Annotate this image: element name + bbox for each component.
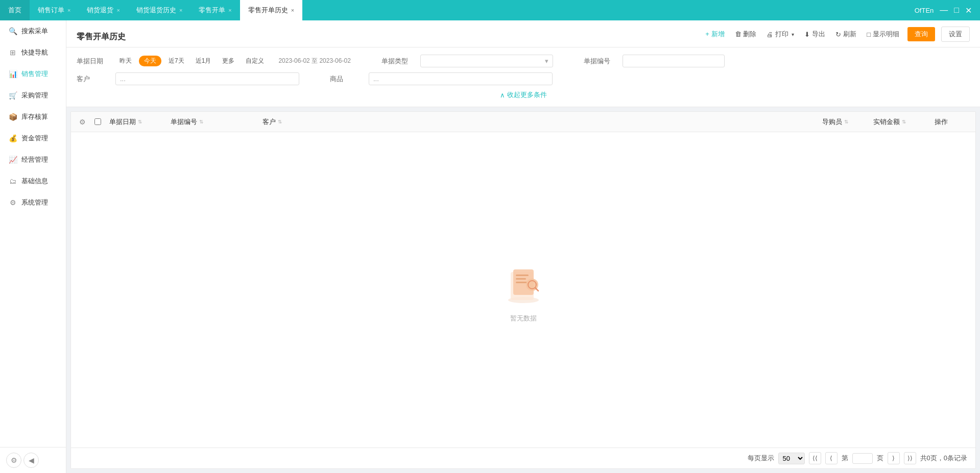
minimize-btn[interactable]: — <box>940 6 948 15</box>
page-prefix: 第 <box>842 454 848 463</box>
prev-page-btn[interactable]: ⟨ <box>825 452 838 464</box>
sidebar-item-quick-nav[interactable]: ⊞ 快捷导航 <box>0 42 66 63</box>
sidebar-item-operations[interactable]: 📈 经营管理 <box>0 149 66 170</box>
filter-row-2: 客户 ... 商品 ... <box>77 72 970 85</box>
col-guide: 导购员 ⇅ <box>818 117 869 127</box>
customer-placeholder: ... <box>120 75 295 83</box>
per-page-label: 每页显示 <box>748 454 774 463</box>
sort-amount-icon[interactable]: ⇅ <box>902 119 906 125</box>
collapse-button[interactable]: ∧ 收起更多条件 <box>500 90 547 99</box>
date-opt-yesterday[interactable]: 昨天 <box>115 56 136 66</box>
top-bar-right: OfTEn — □ ✕ <box>906 6 980 15</box>
col-customer: 客户 ⇅ <box>258 117 818 127</box>
svg-rect-5 <box>516 282 527 283</box>
sidebar-item-search-purchase[interactable]: 🔍 搜索采单 <box>0 20 66 42</box>
delete-button[interactable]: 🗑 删除 <box>733 30 759 39</box>
grid-icon: ⊞ <box>8 48 17 57</box>
customer-label: 客户 <box>77 74 105 84</box>
date-opt-last7[interactable]: 近7天 <box>164 56 188 66</box>
new-button[interactable]: + 新增 <box>703 30 726 39</box>
close-sales-order-icon[interactable]: × <box>67 7 70 13</box>
goods-select[interactable]: ... <box>369 72 553 85</box>
search-icon: 🔍 <box>8 27 17 36</box>
settings-button[interactable]: 设置 <box>941 27 970 42</box>
often-label: OfTEn <box>915 7 934 14</box>
sort-customer-icon[interactable]: ⇅ <box>278 119 282 125</box>
close-retail-open-icon[interactable]: × <box>228 7 231 13</box>
close-sales-return-icon[interactable]: × <box>116 7 119 13</box>
close-window-btn[interactable]: ✕ <box>965 6 972 15</box>
cart-icon: 🛒 <box>8 91 17 100</box>
tab-retail-open-history[interactable]: 零售开单历史 × <box>240 0 302 20</box>
close-sales-return-history-icon[interactable]: × <box>179 7 182 13</box>
col-order-no: 单据编号 ⇅ <box>166 117 258 127</box>
content-area: 零售开单历史 + 新增 🗑 删除 🖨 🖨 打印 打印 ▾ ⬇ 导出 ↻ 刷新 <box>66 20 980 473</box>
sort-order-icon[interactable]: ⇅ <box>199 119 203 125</box>
total-info: 共0页，0条记录 <box>920 454 967 463</box>
print-icon: 🖨 <box>767 31 773 38</box>
page-input[interactable]: 1 <box>852 453 873 464</box>
order-no-input[interactable] <box>623 55 725 67</box>
sidebar-collapse-btn[interactable]: ◀ <box>23 453 39 468</box>
sidebar-item-basic-info[interactable]: 🗂 基础信息 <box>0 170 66 192</box>
maximize-btn[interactable]: □ <box>954 6 959 15</box>
date-opt-custom[interactable]: 自定义 <box>242 56 268 66</box>
tab-sales-return-history[interactable]: 销货退货历史 × <box>128 0 190 20</box>
page-title: 零售开单历史 <box>77 32 126 42</box>
main-layout: 🔍 搜索采单 ⊞ 快捷导航 📊 销售管理 🛒 采购管理 📦 库存核算 💰 资金管… <box>0 20 980 473</box>
refresh-button[interactable]: ↻ 刷新 <box>833 30 858 39</box>
print-dropdown-icon[interactable]: ▾ <box>792 32 794 37</box>
tab-sales-return[interactable]: 销货退货 × <box>79 0 128 20</box>
next-page-btn[interactable]: ⟩ <box>888 452 900 464</box>
date-opt-today[interactable]: 今天 <box>139 56 161 66</box>
empty-text: 暂无数据 <box>510 314 537 323</box>
query-button[interactable]: 查询 <box>907 27 935 41</box>
sort-guide-icon[interactable]: ⇅ <box>844 119 848 125</box>
date-opt-last1m[interactable]: 近1月 <box>192 56 216 66</box>
collapse-up-icon: ∧ <box>500 91 505 99</box>
date-range: 2023-06-02 至 2023-06-02 <box>278 57 350 65</box>
close-retail-open-history-icon[interactable]: × <box>291 7 294 13</box>
operations-icon: 📈 <box>8 155 17 164</box>
type-dropdown-icon: ▾ <box>545 57 548 65</box>
sidebar-item-finance[interactable]: 💰 资金管理 <box>0 128 66 149</box>
filter-area: 单据日期 昨天 今天 近7天 近1月 更多 自定义 2023-06-02 至 2… <box>66 47 980 107</box>
date-opt-more[interactable]: 更多 <box>218 56 238 66</box>
info-icon: 🗂 <box>8 177 17 186</box>
refresh-icon: ↻ <box>835 31 841 38</box>
collapse-row: ∧ 收起更多条件 <box>77 90 970 99</box>
goods-placeholder: ... <box>373 75 548 83</box>
print-button[interactable]: 🖨 🖨 打印 打印 ▾ <box>764 30 796 39</box>
date-label: 单据日期 <box>77 57 105 66</box>
checkbox-all[interactable] <box>94 118 101 125</box>
select-all-checkbox[interactable] <box>90 118 105 125</box>
finance-icon: 💰 <box>8 134 17 143</box>
customer-select[interactable]: ... <box>115 72 299 85</box>
col-action: 操作 <box>930 117 971 127</box>
tab-retail-open[interactable]: 零售开单 × <box>190 0 240 20</box>
tab-home[interactable]: 首页 <box>0 0 30 20</box>
first-page-btn[interactable]: ⟨⟨ <box>809 452 821 464</box>
top-bar: 首页 销售订单 × 销货退货 × 销货退货历史 × 零售开单 × 零售开单历史 … <box>0 0 980 20</box>
sidebar-item-purchase-mgmt[interactable]: 🛒 采购管理 <box>0 85 66 106</box>
type-label: 单据类型 <box>381 57 410 66</box>
goods-label: 商品 <box>330 74 358 84</box>
top-bar-tabs: 首页 销售订单 × 销货退货 × 销货退货历史 × 零售开单 × 零售开单历史 … <box>0 0 906 20</box>
display-detail-button[interactable]: □ 显示明细 <box>865 30 901 39</box>
sort-date-icon[interactable]: ⇅ <box>138 119 142 125</box>
column-settings-btn[interactable]: ⚙ <box>75 118 90 126</box>
tab-sales-order[interactable]: 销售订单 × <box>30 0 79 20</box>
sidebar-item-sales-mgmt[interactable]: 📊 销售管理 <box>0 63 66 85</box>
sidebar-settings-btn[interactable]: ⚙ <box>6 453 21 468</box>
page-size-select[interactable]: 50 10 20 100 <box>778 453 805 464</box>
sidebar-bottom: ⚙ ◀ <box>0 447 66 473</box>
last-page-btn[interactable]: ⟩⟩ <box>904 452 916 464</box>
sidebar-item-inventory[interactable]: 📦 库存核算 <box>0 106 66 128</box>
svg-rect-3 <box>516 275 529 276</box>
sidebar-item-system[interactable]: ⚙ 系统管理 <box>0 192 66 213</box>
box-icon: 📦 <box>8 112 17 121</box>
table-header: ⚙ 单据日期 ⇅ 单据编号 ⇅ 客户 ⇅ 导购员 ⇅ <box>71 112 975 132</box>
export-icon: ⬇ <box>804 31 810 38</box>
type-select[interactable]: ▾ <box>420 55 553 67</box>
export-button[interactable]: ⬇ 导出 <box>802 30 827 39</box>
